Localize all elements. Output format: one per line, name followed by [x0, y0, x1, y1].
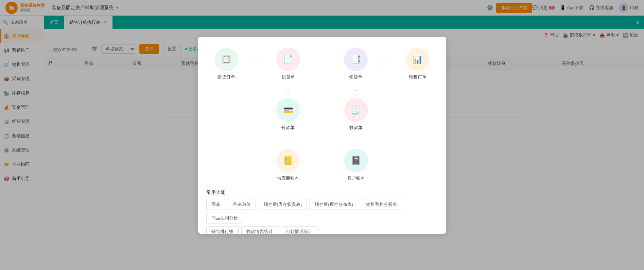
cf-btn-stock-status[interactable]: 现存量(库存状况表): [259, 199, 307, 210]
flow-node-receipt: 🧾 收款单: [336, 98, 377, 131]
svg-text:📑: 📑: [351, 54, 361, 64]
purchase-order-circle: 📋: [214, 48, 238, 71]
flow-node-purchase-order: 📋 进货订单: [206, 48, 247, 80]
flow-row-arrows: ↓ ↓: [213, 83, 431, 95]
cf-btn-product-profit[interactable]: 商品毛利分析: [206, 213, 243, 223]
cf-btn-payment-stats[interactable]: 付款情况统计: [281, 226, 317, 234]
receipt-label: 收款单: [349, 125, 363, 131]
cf-btn-partner[interactable]: 往来单位: [228, 199, 256, 210]
cf-btn-product[interactable]: 商品: [206, 199, 225, 210]
arrow-down-receipt: ↓: [336, 136, 377, 143]
flow-node-sale-bill: 📑 销货单: [335, 48, 376, 80]
customer-ledger-label: 客户账本: [347, 175, 365, 181]
cf-btn-sales-rank[interactable]: 销售排行榜: [206, 226, 239, 234]
cf-title: 常用功能: [206, 190, 438, 196]
svg-text:📊: 📊: [413, 54, 423, 64]
svg-text:💳: 💳: [283, 105, 293, 115]
flow-node-supplier-ledger: 📒 供应商账本: [268, 149, 309, 181]
arrow-down-purchase-bill: ↓: [268, 86, 309, 93]
flow-node-purchase-bill: 📄 进货单: [268, 48, 308, 80]
sale-order-circle: 📊: [406, 48, 430, 71]
flow-node-payment: 💳 付款单: [268, 98, 309, 131]
cf-btn-stock-dist[interactable]: 现存量(库存分布表): [310, 199, 358, 210]
sale-bill-circle: 📑: [344, 48, 368, 71]
flow-row-arrows2: ↓ ↓: [213, 133, 431, 146]
svg-text:📒: 📒: [283, 156, 293, 165]
customer-ledger-circle: 📓: [344, 149, 368, 173]
flow-row-1: 📋 进货订单 - - - → 📄 进货单: [206, 45, 438, 83]
sale-bill-label: 销货单: [349, 74, 362, 80]
cf-btn-sales-profit[interactable]: 销售毛利分析表: [361, 199, 402, 210]
purchase-order-label: 进货订单: [217, 74, 235, 80]
svg-text:📄: 📄: [283, 54, 293, 64]
sale-order-label: 销售订单: [409, 74, 427, 80]
flow-diagram: 📋 进货订单 - - - → 📄 进货单: [206, 45, 438, 184]
purchase-bill-circle: 📄: [276, 48, 300, 71]
supplier-ledger-circle: 📒: [276, 149, 300, 173]
flow-node-customer-ledger: 📓 客户账本: [336, 149, 377, 181]
arrow-purchase-to-bill: - - - →: [247, 53, 268, 74]
payment-circle: 💳: [276, 98, 300, 122]
supplier-ledger-label: 供应商账本: [277, 175, 299, 181]
receipt-circle: 🧾: [344, 98, 368, 122]
arrow-sale-order-to-bill: ← - - -: [376, 53, 398, 74]
flow-row-2: 💳 付款单 🧾 收款单: [213, 95, 431, 133]
payment-label: 付款单: [281, 125, 295, 131]
arrow-down-sale-bill: ↓: [336, 86, 377, 93]
modal: 📋 进货订单 - - - → 📄 进货单: [198, 37, 446, 234]
modal-overlay[interactable]: 📋 进货订单 - - - → 📄 进货单: [0, 0, 644, 270]
svg-text:🧾: 🧾: [351, 105, 361, 115]
svg-text:📋: 📋: [222, 55, 231, 63]
flow-row-3: 📒 供应商账本 📓 客户账本: [213, 146, 431, 184]
cf-buttons: 商品 往来单位 现存量(库存状况表) 现存量(库存分布表) 销售毛利分析表 商品…: [206, 199, 438, 223]
common-functions: 常用功能 商品 往来单位 现存量(库存状况表) 现存量(库存分布表) 销售毛利分…: [206, 190, 438, 234]
flow-node-sale-order: 📊 销售订单: [397, 48, 438, 80]
arrow-down-payment: ↓: [268, 136, 309, 143]
cf-buttons-row2: 销售排行榜 收款情况统计 付款情况统计: [206, 226, 438, 234]
purchase-bill-label: 进货单: [282, 74, 295, 80]
cf-btn-receipt-stats[interactable]: 收款情况统计: [241, 226, 278, 234]
app-container: 畅 畅捷通好生意 标准版 装备及固定资产辅助管理系统 ▾ ⚙️ 体验行业方案 💬…: [0, 0, 644, 270]
svg-text:📓: 📓: [351, 156, 361, 165]
